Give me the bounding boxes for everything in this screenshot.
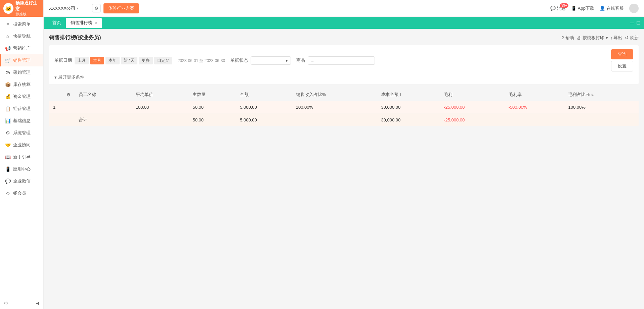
sidebar-item-guide[interactable]: 📖 新手引导: [0, 151, 43, 163]
date-this-month-button[interactable]: 本月: [90, 57, 104, 64]
sidebar-item-finance[interactable]: 💰 资金管理: [0, 91, 43, 103]
sidebar-item-wechat[interactable]: 💬 企业微信: [0, 175, 43, 187]
sidebar-item-member[interactable]: ◇ 畅会员: [0, 187, 43, 199]
col-settings[interactable]: ⚙: [62, 88, 75, 101]
footer-empty-2: [62, 113, 75, 126]
export-icon: ↑: [611, 35, 613, 40]
sidebar-settings-button[interactable]: ⚙: [4, 301, 8, 306]
tab-minimize-button[interactable]: ─: [630, 20, 634, 26]
tab-sales-rank[interactable]: 销售排行榜 ×: [66, 18, 102, 28]
guide-icon: 📖: [5, 154, 10, 160]
app-download-label: App下载: [578, 5, 594, 11]
sidebar-item-marketing[interactable]: 📢 营销推广: [0, 42, 43, 54]
sidebar-item-app-center[interactable]: 📱 应用中心: [0, 163, 43, 175]
purchase-icon: 🛍: [5, 70, 10, 75]
member-icon: ◇: [5, 191, 10, 196]
sidebar-item-operations[interactable]: 📋 经营管理: [0, 103, 43, 115]
query-button[interactable]: 查询: [611, 49, 633, 59]
tab-close-icon[interactable]: ×: [95, 21, 97, 25]
sidebar-item-sales[interactable]: 🛒 销售管理: [0, 54, 43, 66]
info-icon: ℹ: [400, 93, 401, 97]
sidebar-item-enterprise[interactable]: 🤝 企业协同: [0, 139, 43, 151]
trial-button[interactable]: 体验行业方案: [103, 3, 139, 13]
footer-cost-amount: 30,000.00: [377, 113, 440, 126]
cell-gross: -25,000.00: [440, 101, 504, 113]
goods-selector[interactable]: ...: [308, 56, 375, 65]
main-area: XXXXXX公司 ▾ ⚙ 体验行业方案 💬 消息 99+ 📱 App下载 👤 在…: [44, 0, 644, 309]
page-title: 销售排行榜(按业务员): [49, 34, 101, 41]
date-more-button[interactable]: 更多: [139, 57, 153, 64]
cell-employee-name: [75, 101, 132, 113]
expand-more-label: 展开更多条件: [58, 74, 84, 80]
sidebar-label-member: 畅会员: [13, 190, 26, 196]
print-icon: 🖨: [577, 35, 581, 40]
sidebar-label-app-center: 应用中心: [13, 166, 31, 172]
sidebar-label-inventory: 库存核算: [13, 82, 31, 88]
mobile-icon: 📱: [571, 6, 576, 11]
footer-gross-pct: [564, 113, 639, 126]
filter-row-1: 单据日期 上月 本月 本年 近7天 更多 自定义 2023-06-01 至 20…: [54, 49, 633, 71]
sidebar-item-search-order[interactable]: ≡ 搜索菜单: [0, 18, 43, 30]
sidebar-label-guide: 新手引导: [13, 154, 31, 160]
sidebar-item-shortcut[interactable]: ⌂ 快捷导航: [0, 30, 43, 42]
col-gross-label: 毛利: [444, 92, 453, 97]
company-selector[interactable]: XXXXXX公司 ▾: [49, 5, 89, 11]
date-7days-button[interactable]: 近7天: [121, 57, 137, 64]
company-name: XXXXXX公司: [49, 5, 75, 11]
col-gross-rate: 毛利率: [505, 88, 564, 101]
header-gear-button[interactable]: ⚙: [92, 4, 101, 12]
footer-avg-price: [132, 113, 189, 126]
cell-amount: 5,000.00: [236, 101, 292, 113]
logo-text: 畅康通好生意 标准版: [15, 0, 40, 16]
cell-gross-rate: -500.00%: [505, 101, 564, 113]
date-last-month-button[interactable]: 上月: [75, 57, 89, 64]
sidebar-nav: ≡ 搜索菜单 ⌂ 快捷导航 📢 营销推广 🛒 销售管理 🛍 采购管理 📦 库存核…: [0, 17, 43, 297]
export-button[interactable]: ↑ 导出: [611, 35, 622, 41]
data-table-container: ⚙ 员工名称 平均单价 主数量 全额: [49, 88, 639, 126]
date-options: 上月 本月 本年 近7天 更多 自定义: [75, 57, 172, 64]
sidebar-item-system[interactable]: ⚙ 系统管理: [0, 127, 43, 139]
system-icon: ⚙: [5, 130, 10, 136]
status-selector[interactable]: ▾: [251, 56, 291, 65]
online-service-button[interactable]: 👤 在线客服: [600, 5, 624, 11]
col-gross-pct-label: 毛利占比%: [568, 92, 590, 97]
col-amount-label: 全额: [240, 92, 249, 97]
tab-home[interactable]: 首页: [48, 18, 66, 28]
message-button[interactable]: 💬 消息 99+: [550, 5, 566, 11]
expand-more-button[interactable]: ▾ 展开更多条件: [54, 74, 633, 80]
sidebar-label-wechat: 企业微信: [13, 178, 31, 184]
app-download-button[interactable]: 📱 App下载: [571, 5, 594, 11]
col-gross-rate-label: 毛利率: [509, 92, 522, 97]
footer-total-label: 合计: [75, 113, 132, 126]
date-this-year-button[interactable]: 本年: [105, 57, 120, 64]
refresh-button[interactable]: ↺ 刷新: [625, 35, 639, 41]
sidebar-collapse-button[interactable]: ◀: [36, 301, 39, 306]
sidebar-label-system: 系统管理: [13, 130, 31, 136]
print-chevron-down-icon: ▾: [606, 35, 608, 40]
avatar[interactable]: [629, 4, 639, 13]
filter-settings-button[interactable]: 设置: [611, 61, 633, 71]
footer-main-qty: 50.00: [188, 113, 236, 126]
sidebar-label-finance: 资金管理: [13, 94, 31, 100]
col-avg-price-label: 平均单价: [136, 92, 153, 97]
sidebar-item-basic[interactable]: 📊 基础信息: [0, 115, 43, 127]
home-icon: ⌂: [5, 34, 10, 39]
footer-sales-pct: [292, 113, 377, 126]
tab-right-actions: ─ □: [630, 20, 640, 26]
help-button[interactable]: ? 帮助: [561, 35, 574, 41]
operations-icon: 📋: [5, 106, 10, 111]
status-filter-group: 单据状态 ▾: [230, 56, 291, 65]
finance-icon: 💰: [5, 94, 10, 99]
page-actions: ? 帮助 🖨 按模板打印 ▾ ↑ 导出 ↺ 刷新: [561, 35, 639, 41]
tab-maximize-button[interactable]: □: [637, 20, 640, 26]
col-main-qty-label: 主数量: [192, 92, 206, 97]
enterprise-icon: 🤝: [5, 142, 10, 148]
date-custom-button[interactable]: 自定义: [154, 57, 172, 64]
sidebar-item-inventory[interactable]: 📦 库存核算: [0, 79, 43, 91]
logo-title: 畅康通好生意: [15, 0, 40, 12]
sidebar-item-purchase[interactable]: 🛍 采购管理: [0, 66, 43, 79]
print-button[interactable]: 🖨 按模板打印 ▾: [577, 35, 608, 41]
app-center-icon: 📱: [5, 166, 10, 172]
date-filter-group: 单据日期 上月 本月 本年 近7天 更多 自定义: [54, 57, 172, 64]
col-gross-pct: 毛利占比% ⇅: [564, 88, 639, 101]
